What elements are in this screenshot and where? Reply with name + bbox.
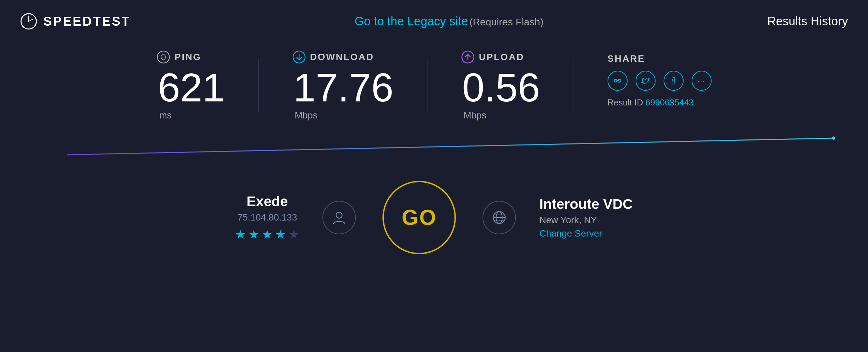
legacy-link[interactable]: Go to the Legacy site (Requires Flash): [354, 14, 543, 28]
isp-ip: 75.104.80.133: [238, 212, 297, 223]
share-more-button[interactable]: ···: [691, 71, 712, 91]
logo-text: SPEEDTEST: [43, 14, 131, 29]
star-2: ★: [248, 228, 259, 241]
share-twitter-button[interactable]: [636, 71, 656, 91]
ping-value: 621: [158, 67, 224, 108]
share-link-button[interactable]: [608, 71, 627, 91]
star-5-empty: ★: [288, 228, 299, 241]
stats-row: PING 621 ms DOWNLOAD 17.76 Mbps UPLOAD 0…: [0, 30, 868, 121]
download-unit: Mbps: [295, 110, 317, 121]
share-facebook-button[interactable]: [663, 71, 684, 91]
stat-separator-3: [574, 59, 574, 112]
speedtest-logo-icon: [20, 13, 37, 30]
server-name: Interoute VDC: [539, 196, 632, 212]
speed-progress-line: [0, 134, 868, 161]
star-1: ★: [235, 228, 246, 241]
ping-icon: [156, 50, 170, 64]
download-stat: DOWNLOAD 17.76 Mbps: [292, 50, 394, 121]
stat-separator-2: [427, 59, 428, 112]
svg-point-8: [832, 137, 835, 140]
share-label: SHARE: [608, 53, 645, 64]
ping-label: PING: [175, 52, 201, 62]
download-value: 17.76: [293, 67, 394, 108]
upload-value: 0.56: [462, 67, 540, 108]
svg-point-9: [336, 212, 342, 218]
isp-stars: ★ ★ ★ ★ ★: [235, 228, 299, 241]
stat-separator-1: [258, 59, 259, 112]
star-4: ★: [275, 228, 286, 241]
ping-stat: PING 621 ms: [156, 50, 224, 121]
go-button-wrapper: GO: [382, 181, 456, 254]
server-location: New York, NY: [539, 215, 597, 226]
upload-label: UPLOAD: [479, 52, 524, 62]
profile-button[interactable]: [322, 201, 356, 234]
result-id-label: Result ID: [608, 97, 643, 108]
bottom-section: Exede 75.104.80.133 ★ ★ ★ ★ ★ GO Intero: [0, 161, 868, 254]
share-block: SHARE ··· Result ID: [608, 50, 712, 108]
ping-unit: ms: [159, 110, 172, 121]
upload-stat: UPLOAD 0.56 Mbps: [461, 50, 540, 121]
change-server-button[interactable]: Change Server: [539, 228, 602, 239]
svg-line-7: [67, 138, 834, 155]
results-history-button[interactable]: Results History: [767, 14, 848, 28]
ping-label-row: PING: [156, 50, 201, 64]
share-icons: ···: [608, 71, 712, 91]
logo-area: SPEEDTEST: [20, 13, 131, 30]
server-block: Interoute VDC New York, NY Change Server: [539, 196, 632, 239]
go-button[interactable]: GO: [382, 181, 456, 254]
upload-icon: [461, 50, 475, 64]
upload-label-row: UPLOAD: [461, 50, 524, 64]
star-3: ★: [262, 228, 273, 241]
download-label-row: DOWNLOAD: [292, 50, 374, 64]
download-icon: [292, 50, 306, 64]
isp-name: Exede: [247, 194, 288, 209]
isp-block: Exede 75.104.80.133 ★ ★ ★ ★ ★: [235, 194, 299, 241]
result-id-value: 6990635443: [646, 97, 694, 108]
upload-unit: Mbps: [464, 110, 486, 121]
header: SPEEDTEST Go to the Legacy site (Require…: [0, 0, 868, 30]
globe-button[interactable]: [483, 201, 516, 234]
result-id-row: Result ID 6990635443: [608, 97, 694, 108]
download-label: DOWNLOAD: [310, 52, 374, 62]
